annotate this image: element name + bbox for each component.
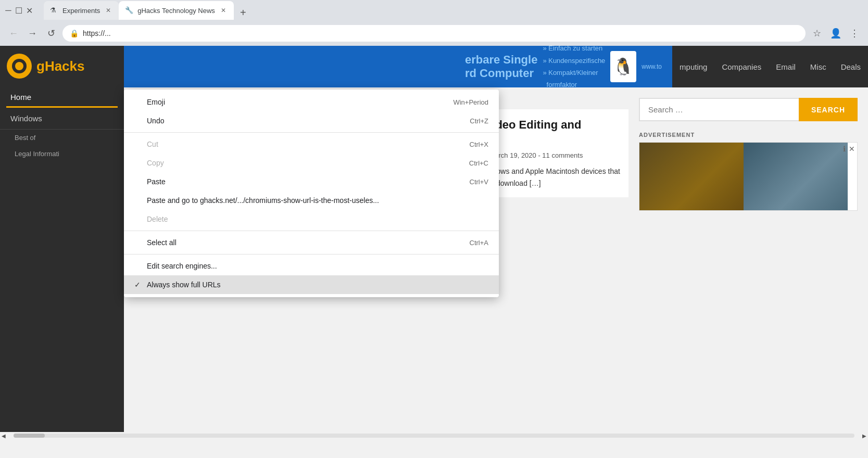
scrollbar-thumb[interactable] [14,434,45,438]
check-mark-always-full-url: ✓ [134,281,145,289]
tab-title-experiments: Experiments [62,7,100,15]
new-tab-button[interactable]: + [236,5,250,20]
shortcut-copy: Ctrl+C [469,159,488,167]
nav-best-of[interactable]: Best of [6,130,118,146]
back-button[interactable]: ← [6,26,21,41]
browser-chrome: ─ ☐ ✕ ⚗ Experiments ✕ 🔧 gHacks Technolog… [0,0,868,46]
context-menu-item-always-full-url[interactable]: ✓ Always show full URLs [124,275,499,294]
address-text: https://... [83,29,798,37]
address-bar[interactable]: 🔒 https://... [62,25,806,42]
ad-info-icon[interactable]: ℹ [843,145,846,153]
separator-3 [124,254,499,255]
menu-label-emoji: Emoji [147,98,453,106]
menu-label-always-full-url: Always show full URLs [147,281,488,289]
site-logo-icon [6,53,32,79]
minimize-button[interactable]: ─ [4,6,12,15]
nav-email[interactable]: Email [769,55,803,79]
ad-image-1 [639,143,744,210]
ad-banner: erbare Singlerd Computer » Einfach zu st… [124,46,672,87]
context-menu-item-emoji[interactable]: Emoji Win+Period [124,93,499,111]
scroll-left-arrow[interactable]: ◀ [0,432,7,439]
search-input[interactable] [639,98,799,121]
shortcut-cut: Ctrl+X [470,141,488,148]
nav-windows[interactable]: Windows [6,108,118,129]
svg-point-2 [15,62,23,70]
address-bar-row: ← → ↺ 🔒 https://... ☆ 👤 ⋮ [0,21,868,46]
tab-experiments[interactable]: ⚗ Experiments ✕ [44,1,119,20]
context-menu-item-copy: Copy Ctrl+C [124,154,499,172]
site-logo-text: gHacks [36,58,85,74]
menu-label-cut: Cut [147,140,470,148]
tabs-bar: ⚗ Experiments ✕ 🔧 gHacks Technology News… [40,1,864,20]
site-logo-bar: gHacks Home Windows Best of Legal Inform… [0,46,124,439]
separator-2 [124,231,499,231]
chrome-menu-button[interactable]: ⋮ [847,26,862,41]
tab-favicon-ghacks: 🔧 [125,6,133,15]
title-bar: ─ ☐ ✕ ⚗ Experiments ✕ 🔧 gHacks Technolog… [0,0,868,21]
profile-button[interactable]: 👤 [828,26,843,41]
context-menu-item-edit-engines[interactable]: Edit search engines... [124,257,499,275]
ad-box: ℹ ✕ [639,142,858,211]
context-menu-item-cut: Cut Ctrl+X [124,135,499,154]
forward-button[interactable]: → [25,26,40,41]
tab-close-ghacks[interactable]: ✕ [219,6,228,15]
shortcut-paste: Ctrl+V [470,178,488,186]
maximize-button[interactable]: ☐ [15,6,23,15]
shortcut-undo: Ctrl+Z [470,117,488,125]
separator-1 [124,132,499,133]
window-controls: ─ ☐ ✕ [4,6,33,15]
banner-headline: erbare Singlerd Computer [465,53,537,81]
tab-ghacks[interactable]: 🔧 gHacks Technology News ✕ [119,1,234,20]
context-menu-item-paste-go[interactable]: Paste and go to ghacks.net/.../chromiums… [124,191,499,210]
horizontal-scrollbar: ◀ ▶ [0,432,868,439]
menu-label-undo: Undo [147,117,470,125]
ad-label: ADVERTISEMENT [639,132,858,138]
scroll-right-arrow[interactable]: ▶ [861,432,868,439]
reload-button[interactable]: ↺ [44,26,58,41]
lock-icon: 🔒 [70,29,79,37]
page-content: gHacks Home Windows Best of Legal Inform… [0,46,868,439]
tab-title-ghacks: gHacks Technology News [137,7,215,15]
tab-favicon-experiments: ⚗ [50,6,58,15]
context-menu-item-select-all[interactable]: Select all Ctrl+A [124,233,499,252]
menu-label-edit-engines: Edit search engines... [147,262,488,270]
shortcut-emoji: Win+Period [453,98,488,106]
close-button[interactable]: ✕ [25,6,33,15]
nav-companies[interactable]: Companies [714,55,769,79]
banner-features: » Einfach zu starten » Kundenspezifische… [543,46,605,87]
menu-label-paste-go: Paste and go to ghacks.net/.../chromiums… [147,196,488,205]
sidebar: SEARCH ADVERTISEMENT ℹ ✕ [639,98,858,429]
search-button[interactable]: SEARCH [799,98,858,121]
ad-close-button[interactable]: ✕ [849,145,855,153]
banner-linux-icon: 🐧 [610,51,636,82]
context-menu-item-delete: Delete [124,210,499,228]
scrollbar-track[interactable] [14,434,854,438]
nav-computing[interactable]: mputing [672,55,714,79]
menu-label-paste: Paste [147,177,470,186]
nav-misc[interactable]: Misc [803,55,834,79]
shortcut-select-all: Ctrl+A [470,239,488,247]
ad-image-2 [744,143,848,210]
nav-home[interactable]: Home [6,86,118,108]
bookmark-button[interactable]: ☆ [810,26,824,41]
menu-label-select-all: Select all [147,238,470,247]
banner-url: www.to [641,63,662,70]
menu-label-delete: Delete [147,215,488,223]
context-menu: Emoji Win+Period Undo Ctrl+Z Cut Ctrl+X … [124,90,499,297]
nav-deals[interactable]: Deals [834,55,868,79]
menu-label-copy: Copy [147,159,469,167]
context-menu-item-undo[interactable]: Undo Ctrl+Z [124,111,499,130]
search-box: SEARCH [639,98,858,121]
nav-legal[interactable]: Legal Informati [6,146,118,162]
tab-close-experiments[interactable]: ✕ [104,6,112,15]
context-menu-item-paste[interactable]: Paste Ctrl+V [124,172,499,191]
